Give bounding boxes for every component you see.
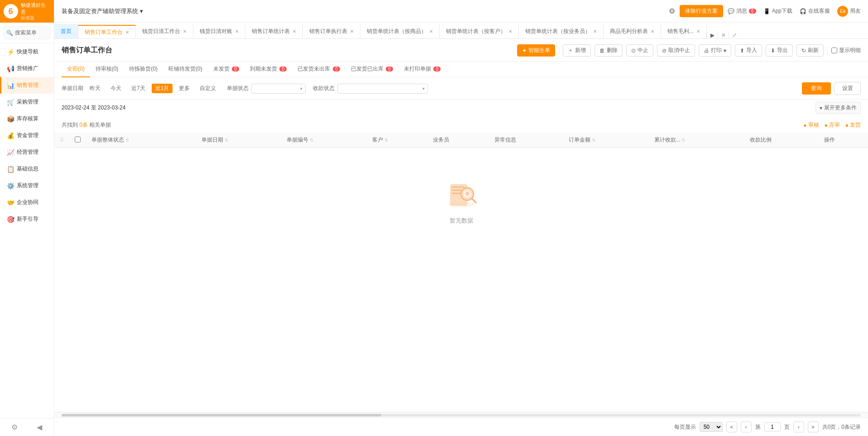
bulk-reject-button[interactable]: ● 弃审 — [825, 121, 840, 129]
bulk-audit-button[interactable]: ● 审核 — [803, 121, 819, 129]
date-custom-btn[interactable]: 自定义 — [196, 84, 220, 93]
payment-select[interactable] — [337, 84, 428, 94]
sub-tab-overdue-not-shipped[interactable]: 到期未发货 0 — [245, 62, 292, 77]
tab-gross-profit[interactable]: 商品毛利分析表 ✕ — [604, 24, 661, 38]
cancel-stop-button[interactable]: ⊘ 取消中止 — [657, 44, 695, 57]
phone-icon: 📱 — [763, 8, 770, 14]
stop-button[interactable]: ⊙ 中止 — [626, 44, 653, 57]
col-customer[interactable]: 客户 — [367, 133, 427, 148]
tab-close-sales-workbench[interactable]: ✕ — [125, 30, 129, 35]
import-button[interactable]: ⬆ 导入 — [735, 44, 762, 57]
date-more-btn[interactable]: 更多 — [175, 84, 193, 93]
query-button[interactable]: 查询 — [802, 82, 831, 95]
refresh-button[interactable]: ↻ 刷新 — [796, 44, 824, 57]
last-page-button[interactable]: » — [808, 422, 819, 432]
tab-close-cash-daily[interactable]: ✕ — [183, 29, 187, 34]
tab-sales-more[interactable]: 销售毛利... ✕ — [661, 24, 707, 38]
col-amount[interactable]: 订单金额 — [563, 133, 648, 148]
sidebar-item-finance[interactable]: 💰 资金管理 — [0, 127, 54, 144]
page-number-input[interactable] — [764, 422, 781, 431]
tab-close-sales-summary-customer[interactable]: ✕ — [508, 29, 512, 34]
date-7days-btn[interactable]: 近7天 — [128, 84, 149, 93]
tab-close-sales-more[interactable]: ✕ — [696, 29, 700, 34]
sub-tab-all[interactable]: 全部(0) — [62, 62, 90, 77]
sidebar-item-guide[interactable]: 🎯 新手引导 — [0, 211, 54, 227]
bulk-ship-button[interactable]: ● 发货 — [845, 121, 861, 129]
online-service-button[interactable]: 🎧 在线客服 — [800, 7, 830, 15]
date-yesterday-btn[interactable]: 昨天 — [86, 84, 104, 93]
ai-generate-button[interactable]: ✦ 智能生单 — [517, 44, 555, 57]
collapse-sidebar-button[interactable]: ◀ — [29, 423, 50, 431]
sub-tabs: 全部(0) 待审核(0) 待拣验货(0) 旺铺待发货(0) 未发货 0 到期未发… — [54, 62, 868, 77]
search-menu-button[interactable]: 🔍 搜索菜单 — [4, 26, 50, 39]
industry-solution-button[interactable]: 体验行业方案 — [680, 5, 723, 17]
sub-tab-pending-audit[interactable]: 待审核(0) — [90, 62, 124, 77]
tab-sales-exec[interactable]: 销售订单执行表 ✕ — [303, 24, 360, 38]
tab-sales-workbench[interactable]: 销售订单工作台 ✕ — [78, 25, 136, 39]
tab-sales-summary-customer[interactable]: 销货单统计表（按客户） ✕ — [440, 24, 519, 38]
sub-tab-shipped-out[interactable]: 已发货已出库 0 — [345, 62, 398, 77]
sidebar-item-quick-nav[interactable]: ⚡ 快捷导航 — [0, 43, 54, 60]
sidebar-item-basic[interactable]: 📋 基础信息 — [0, 161, 54, 177]
page-title-row: 销售订单工作台 — [62, 46, 112, 60]
col-collected[interactable]: 累计收款... — [649, 133, 744, 148]
delete-button[interactable]: 🗑 删除 — [595, 44, 623, 57]
show-detail-label[interactable]: 显示明细 — [831, 47, 861, 54]
gear-settings-icon[interactable]: ⚙ — [669, 7, 675, 15]
col-number[interactable]: 单据编号 — [281, 133, 366, 148]
empty-state: 暂无数据 — [54, 148, 868, 252]
prev-page-button[interactable]: ‹ — [741, 422, 752, 432]
date-today-btn[interactable]: 今天 — [107, 84, 125, 93]
tabs-expand-button[interactable]: ⤢ — [729, 32, 739, 38]
tabs-scroll-right-button[interactable]: ▶ — [707, 32, 718, 38]
tab-close-sales-exec[interactable]: ✕ — [350, 29, 354, 34]
user-menu-button[interactable]: Ea 用友 — [837, 6, 861, 17]
tab-close-sales-summary-staff[interactable]: ✕ — [593, 29, 597, 34]
scroll-thumb[interactable] — [62, 414, 381, 417]
add-button[interactable]: ＋ 新增 — [563, 44, 591, 57]
settings-button[interactable]: ⚙ — [5, 423, 25, 431]
print-button[interactable]: 🖨 打印 ▾ — [699, 44, 731, 57]
sub-tab-not-printed[interactable]: 未打印单据 0 — [398, 62, 446, 77]
sidebar-item-inventory[interactable]: 📦 库存核算 — [0, 110, 54, 127]
tab-close-cash-reconcile[interactable]: ✕ — [235, 29, 239, 34]
tab-close-sales-summary-product[interactable]: ✕ — [429, 29, 433, 34]
tab-home[interactable]: 首页 — [54, 24, 78, 38]
tab-close-gross-profit[interactable]: ✕ — [651, 29, 654, 34]
tab-sales-summary-product[interactable]: 销货单统计表（按商品） ✕ — [360, 24, 440, 38]
sidebar-item-purchase[interactable]: 🛒 采购管理 — [0, 94, 54, 110]
per-page-select[interactable]: 50 10 20 100 — [700, 422, 723, 432]
date-1month-btn[interactable]: 近1月 — [152, 84, 173, 93]
sub-tab-shipped-not-out[interactable]: 已发货未出库 0 — [292, 62, 345, 77]
setting-button[interactable]: 设置 — [834, 82, 861, 95]
tab-sales-stat[interactable]: 销售订单统计表 ✕ — [245, 24, 303, 38]
horizontal-scroll[interactable] — [54, 412, 868, 417]
sub-tab-pending-check[interactable]: 待拣验货(0) — [124, 62, 163, 77]
tabs-close-all-button[interactable]: ✕ — [718, 32, 729, 38]
col-date[interactable]: 单据日期 — [196, 133, 281, 148]
export-button[interactable]: ⬇ 导出 — [766, 44, 793, 57]
sub-tab-wangpu-pending[interactable]: 旺铺待发货(0) — [163, 62, 208, 77]
select-all-checkbox[interactable] — [75, 137, 81, 142]
show-detail-checkbox[interactable] — [831, 47, 837, 53]
tab-cash-reconcile[interactable]: 钱货日清对账 ✕ — [193, 24, 245, 38]
empty-text: 暂无数据 — [450, 217, 473, 225]
col-status[interactable]: 单据整体状态 — [86, 133, 196, 148]
sidebar-item-operation[interactable]: 📈 经营管理 — [0, 144, 54, 161]
app-download-button[interactable]: 📱 App下载 — [763, 7, 792, 15]
ship-icon: ● — [845, 122, 849, 128]
next-page-button[interactable]: › — [793, 422, 804, 432]
system-title-dropdown[interactable]: 装备及固定资产辅助管理系统 ▾ — [62, 7, 143, 15]
status-select[interactable] — [251, 84, 306, 94]
sub-tab-not-shipped[interactable]: 未发货 0 — [208, 62, 245, 77]
tab-sales-summary-staff[interactable]: 销货单统计表（按业务员） ✕ — [519, 24, 604, 38]
tab-cash-daily[interactable]: 钱货日清工作台 ✕ — [136, 24, 193, 38]
sidebar-item-marketing[interactable]: 📢 营销推广 — [0, 60, 54, 77]
sidebar-item-enterprise[interactable]: 🤝 企业协同 — [0, 194, 54, 211]
expand-more-conditions-button[interactable]: ▾ 展开更多条件 — [815, 102, 861, 114]
tab-close-sales-stat[interactable]: ✕ — [293, 29, 296, 34]
message-button[interactable]: 💬 消息 6 — [728, 7, 756, 15]
sidebar-item-system[interactable]: ⚙️ 系统管理 — [0, 177, 54, 194]
first-page-button[interactable]: « — [726, 422, 737, 432]
sidebar-item-sales[interactable]: 📊 销售管理 — [0, 77, 54, 94]
